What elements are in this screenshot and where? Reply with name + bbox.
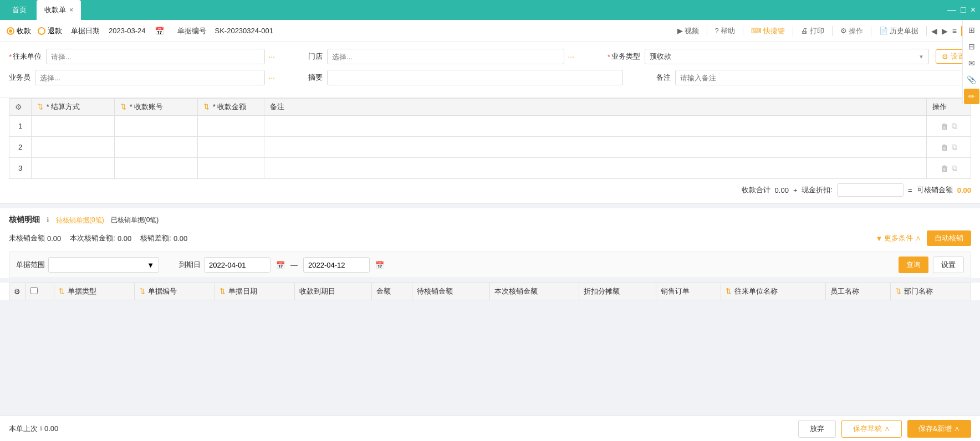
shop-input[interactable] [327, 49, 564, 64]
col-checkbox: ⚙ [9, 283, 26, 300]
discard-btn[interactable]: 放弃 [798, 420, 836, 438]
auto-writeoff-btn[interactable]: 自动核销 [927, 230, 971, 246]
sidebar-icon-3[interactable]: ✉ [964, 55, 979, 71]
tab-pending[interactable]: 待核销单据(0笔) [56, 216, 104, 225]
row-3-note[interactable] [264, 158, 927, 179]
row-2-settle[interactable] [32, 137, 115, 158]
row-1-copy-icon[interactable]: ⧉ [952, 121, 957, 131]
biz-type-field: * 业务类型 预收款 ▼ ⚙ 设置 [608, 49, 971, 64]
date-to-icon[interactable]: 📅 [375, 261, 384, 269]
maximize-icon[interactable]: □ [961, 5, 966, 15]
amount-sort-icon: ⇅ [203, 102, 210, 111]
discount-label: 现金折扣: [802, 185, 833, 195]
partner-input[interactable] [46, 49, 265, 64]
unchecked-label: 未核销金额 [9, 233, 45, 243]
calendar-icon[interactable]: 📅 [155, 27, 164, 35]
form-row-1: * 往来单位 ··· 门店 ··· * 业务类型 预收款 ▼ ⚙ 设置 [9, 49, 971, 64]
settings-icon: ⚙ [942, 53, 948, 61]
list-icon[interactable]: ≡ [952, 27, 957, 35]
date-to-input[interactable] [303, 257, 370, 273]
table-row: 1 🗑 ⧉ [9, 116, 971, 137]
sidebar-icon-2[interactable]: ⊟ [964, 39, 979, 54]
col-note-header: 备注 [264, 99, 927, 116]
col-discount: 折扣分摊额 [579, 283, 656, 300]
date-from-input[interactable] [204, 257, 270, 273]
current-value: 0.00 [118, 234, 131, 243]
row-3-account[interactable] [115, 158, 198, 179]
row-1-account[interactable] [115, 116, 198, 137]
row-1-note[interactable] [264, 116, 927, 137]
staff-input[interactable] [35, 70, 265, 85]
row-2-amount[interactable] [198, 137, 264, 158]
due-date-field: 到期日 📅 — 📅 [179, 257, 384, 273]
footer-buttons: 放弃 保存草稿 ∧ 保存&新增 ∧ [798, 420, 971, 438]
range-label: 单据范围 [16, 260, 45, 270]
window-controls: — □ × [947, 5, 976, 15]
more-filter-btn[interactable]: ▼ 更多条件 ∧ [876, 233, 922, 243]
sidebar-icon-4[interactable]: 📎 [964, 72, 979, 88]
remark-input[interactable] [675, 70, 971, 85]
video-btn[interactable]: ▶ 视频 [674, 25, 702, 37]
history-btn[interactable]: 📄 历史单据 [876, 25, 922, 37]
per-order-info-icon[interactable]: ℹ [40, 425, 42, 432]
row-3-copy-icon[interactable]: ⧉ [952, 163, 957, 173]
prev-icon[interactable]: ◀ [931, 27, 937, 35]
table-gear-icon[interactable]: ⚙ [15, 102, 22, 111]
row-2-account[interactable] [115, 137, 198, 158]
col-partner-name: ⇅ 往来单位名称 [721, 283, 826, 300]
help-btn[interactable]: ? 帮助 [712, 25, 738, 37]
row-1-settle[interactable] [32, 116, 115, 137]
collect-radio[interactable]: 收款 [7, 26, 31, 36]
shortcut-btn[interactable]: ⌨ 快捷键 [748, 25, 788, 37]
query-btn[interactable]: 查询 [899, 257, 928, 273]
sidebar-icon-1[interactable]: ⊞ [964, 22, 979, 38]
writeoff-info-icon[interactable]: ℹ [47, 216, 49, 224]
sidebar-icon-5[interactable]: ✏ [964, 89, 979, 104]
col-bill-type: ⇅ 单据类型 [54, 283, 134, 300]
refund-radio[interactable]: 退款 [38, 26, 62, 36]
tab-done[interactable]: 已核销单据(0笔) [111, 216, 159, 225]
col-checkbox-select [26, 283, 54, 300]
video-icon: ▶ [677, 27, 683, 35]
staff-label: 业务员 [9, 73, 30, 83]
row-2-copy-icon[interactable]: ⧉ [952, 142, 957, 152]
window-close-icon[interactable]: × [971, 5, 976, 15]
range-select[interactable]: ▼ [48, 257, 159, 273]
biz-type-required: * [608, 53, 610, 61]
row-2-delete-icon[interactable]: 🗑 [941, 143, 948, 152]
tab-receipt[interactable]: 收款单 × [37, 0, 81, 20]
row-3-delete-icon[interactable]: 🗑 [941, 164, 948, 173]
save-new-btn[interactable]: 保存&新增 ∧ [907, 420, 971, 438]
shortcut-icon: ⌨ [751, 27, 762, 35]
col-pending-amount: 待核销金额 [412, 283, 489, 300]
table-gear-icon-2[interactable]: ⚙ [14, 288, 21, 296]
shop-more-btn[interactable]: ··· [568, 52, 574, 61]
tab-home[interactable]: 首页 [4, 0, 34, 20]
next-icon[interactable]: ▶ [942, 27, 948, 35]
row-3-amount[interactable] [198, 158, 264, 179]
date-from-icon[interactable]: 📅 [276, 261, 285, 269]
select-all-checkbox[interactable] [30, 287, 38, 294]
biz-type-select[interactable]: 预收款 ▼ [645, 49, 929, 64]
net-value: 0.00 [957, 186, 971, 194]
row-1-delete-icon[interactable]: 🗑 [941, 122, 948, 131]
col-dept-name: ⇅ 部门名称 [891, 283, 971, 300]
filter-icon: ▼ [876, 234, 883, 243]
row-1-amount[interactable] [198, 116, 264, 137]
diff-stat: 核销差额: 0.00 [140, 233, 187, 243]
minimize-icon[interactable]: — [947, 5, 956, 15]
tab-close-icon[interactable]: × [69, 6, 73, 14]
partner-more-btn[interactable]: ··· [268, 52, 275, 61]
row-3-settle[interactable] [32, 158, 115, 179]
discount-input[interactable] [837, 183, 904, 197]
diff-label: 核销差额: [140, 233, 171, 243]
print-btn[interactable]: 🖨 打印 [798, 25, 828, 37]
staff-more-btn[interactable]: ··· [268, 73, 275, 82]
lower-table-section: ⚙ ⇅ 单据类型 ⇅ 单据编号 ⇅ 单据日期 收款到期日 [0, 283, 980, 300]
row-2-note[interactable] [264, 137, 927, 158]
operation-btn[interactable]: ⚙ 操作 [837, 25, 866, 37]
collect-radio-dot [7, 27, 14, 35]
filter-settings-btn[interactable]: 设置 [933, 257, 964, 273]
save-draft-btn[interactable]: 保存草稿 ∧ [841, 420, 902, 438]
summary-input[interactable] [327, 70, 623, 85]
